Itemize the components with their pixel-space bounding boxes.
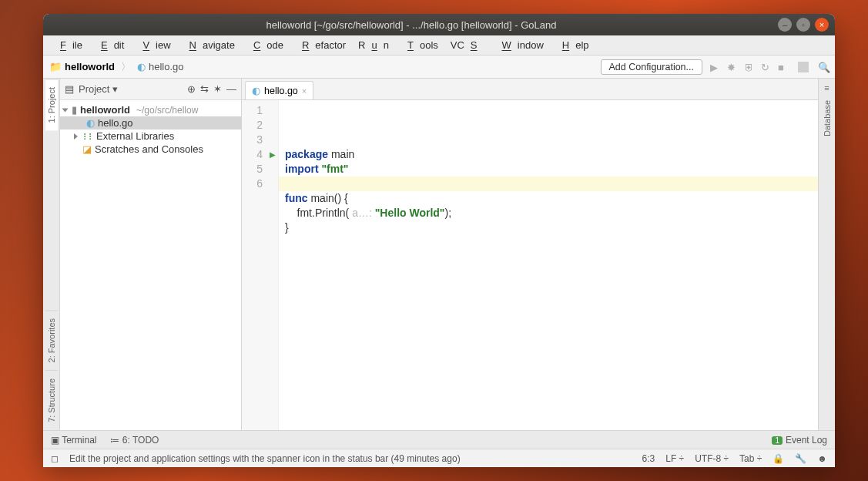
library-icon: ⫶⫶ (82, 130, 93, 142)
locate-icon[interactable]: ⊕ (187, 83, 196, 95)
navbar: 📁 helloworld 〉 ◐ hello.go Add Configurat… (43, 56, 835, 79)
project-view-icon: ▤ (65, 83, 74, 95)
breadcrumb-folder: helloworld (65, 61, 115, 72)
right-rail: ≡ Database (818, 79, 835, 430)
stop-icon[interactable]: ■ (778, 62, 789, 72)
rail-database[interactable]: Database (821, 92, 833, 144)
menu-navigate[interactable]: Navigate (177, 39, 241, 51)
menu-refactor[interactable]: Refactor (290, 39, 352, 51)
breadcrumb[interactable]: 📁 helloworld 〉 ◐ hello.go (49, 60, 184, 74)
status-encoding[interactable]: UTF-8 ÷ (695, 453, 729, 464)
menu-window[interactable]: Window (490, 39, 550, 51)
project-panel: ▤ Project ▾ ⊕ ⇆ ✶ — ▮ helloworld ~/go/sr… (60, 79, 242, 430)
close-button[interactable]: × (815, 18, 829, 32)
rail-project[interactable]: 1: Project (45, 79, 58, 130)
bottom-tool-rail: ▣ Terminal ≔ 6: TODO 1Event Log (43, 430, 835, 449)
menu-tools[interactable]: Tools (395, 39, 444, 51)
go-file-icon: ◐ (137, 61, 146, 72)
status-caret-pos[interactable]: 6:3 (642, 453, 655, 464)
ide-window: helloworld [~/go/src/helloworld] - .../h… (43, 14, 835, 467)
go-file-icon: ◐ (86, 117, 95, 129)
run-gutter-icon[interactable]: ▶ (270, 147, 276, 162)
status-line-ending[interactable]: LF ÷ (665, 453, 684, 464)
settings-icon[interactable]: ✶ (213, 83, 222, 95)
breadcrumb-file: hello.go (149, 61, 184, 72)
window-title: helloworld [~/go/src/helloworld] - .../h… (49, 19, 773, 31)
titlebar[interactable]: helloworld [~/go/src/helloworld] - .../h… (43, 14, 835, 35)
debug-icon[interactable]: ✸ (727, 62, 738, 72)
rail-favorites[interactable]: 2: Favorites (45, 310, 58, 370)
project-tree: ▮ helloworld ~/go/src/hellow ◐ hello.go … (60, 100, 241, 159)
breadcrumb-sep: 〉 (121, 60, 131, 74)
bottom-todo[interactable]: ≔ 6: TODO (110, 435, 159, 446)
collapse-icon[interactable]: ⇆ (200, 83, 209, 95)
expand-icon[interactable] (62, 108, 69, 112)
menu-help[interactable]: Help (550, 39, 595, 51)
tree-external-libs[interactable]: ⫶⫶ External Libraries (60, 130, 241, 143)
coverage-icon[interactable]: ⛨ (744, 62, 755, 72)
lock-icon[interactable]: 🔒 (772, 453, 784, 464)
project-panel-header: ▤ Project ▾ ⊕ ⇆ ✶ — (60, 79, 241, 100)
status-tip: Edit the project and application setting… (69, 453, 461, 464)
statusbar: ◻ Edit the project and application setti… (43, 449, 835, 467)
profile-icon[interactable]: ↻ (761, 62, 772, 72)
db-icon[interactable]: ≡ (824, 79, 829, 92)
add-configuration-button[interactable]: Add Configuration... (601, 59, 703, 75)
maximize-button[interactable]: ◦ (796, 18, 810, 32)
scratch-icon: ◪ (82, 143, 92, 155)
run-icon[interactable]: ▶ (710, 62, 721, 72)
bottom-eventlog[interactable]: 1Event Log (772, 435, 827, 446)
menu-file[interactable]: File (48, 39, 89, 51)
project-panel-title[interactable]: Project ▾ (79, 83, 183, 95)
code-content[interactable]: package main import "fmt" func main() { … (279, 100, 818, 430)
expand-icon[interactable] (74, 133, 78, 140)
editor-tabs: ◐ hello.go × (242, 79, 818, 100)
left-rail: 1: Project 2: Favorites 7: Structure (43, 79, 60, 430)
menu-run[interactable]: Run (352, 39, 395, 51)
menubar: File Edit View Navigate Code Refactor Ru… (43, 35, 835, 56)
rail-structure[interactable]: 7: Structure (45, 370, 58, 430)
status-indent[interactable]: Tab ÷ (739, 453, 762, 464)
close-tab-icon[interactable]: × (302, 86, 307, 96)
run-toolbar: ▶ ✸ ⛨ ↻ ■ 🔍 (710, 62, 829, 72)
folder-icon: 📁 (49, 61, 62, 72)
tree-root[interactable]: ▮ helloworld ~/go/src/hellow (60, 103, 241, 116)
wrench-icon[interactable]: 🔧 (795, 453, 806, 464)
go-file-icon: ◐ (252, 85, 260, 96)
minimize-button[interactable]: – (778, 18, 792, 32)
menu-edit[interactable]: Edit (89, 39, 130, 51)
code-editor[interactable]: 1 2 3 4 5 6 ▶ package main import "fmt" … (242, 100, 818, 430)
hide-icon[interactable]: — (226, 83, 236, 95)
person-icon[interactable]: ☻ (817, 453, 827, 464)
editor-area: ◐ hello.go × 1 2 3 4 5 6 ▶ package main (242, 79, 818, 430)
gutter: 1 2 3 4 5 6 ▶ (242, 100, 279, 430)
folder-icon: ▮ (72, 104, 77, 116)
status-toggle-icon[interactable]: ◻ (51, 453, 59, 464)
search-icon[interactable]: 🔍 (818, 62, 829, 72)
menu-vcs[interactable]: VCS (444, 39, 490, 51)
tab-hello-go[interactable]: ◐ hello.go × (245, 81, 313, 99)
bottom-terminal[interactable]: ▣ Terminal (51, 435, 96, 446)
tree-scratches[interactable]: ◪ Scratches and Consoles (60, 143, 241, 156)
menu-code[interactable]: Code (241, 39, 290, 51)
tree-file-hello[interactable]: ◐ hello.go (60, 116, 241, 130)
menu-view[interactable]: View (130, 39, 176, 51)
